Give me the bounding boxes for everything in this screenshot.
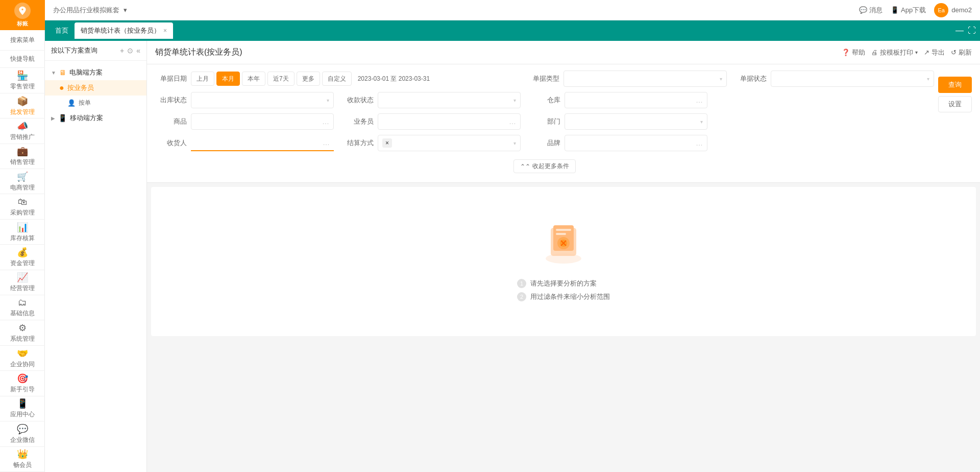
- sidebar-item-retail[interactable]: 🏪 零售管理: [0, 68, 45, 93]
- out-status-control[interactable]: ▾: [191, 92, 334, 108]
- sidebar-item-ecommerce[interactable]: 🛒 电商管理: [0, 169, 45, 194]
- sidebar-item-basic[interactable]: 🗂 基础信息: [0, 295, 45, 320]
- date-this-month-btn[interactable]: 本月: [216, 72, 240, 86]
- tab-home[interactable]: 首页: [49, 22, 75, 39]
- doc-status-control[interactable]: ▾: [771, 70, 934, 87]
- sidebar-item-operations[interactable]: 📈 经营管理: [0, 270, 45, 295]
- edit-scheme-button[interactable]: ⊙: [127, 46, 133, 55]
- sidebar-item-newbie[interactable]: 🎯 新手引导: [0, 371, 45, 396]
- settle-tag-x[interactable]: ×: [385, 139, 389, 147]
- settle-label: 结算方式: [342, 138, 378, 148]
- doc-status-label: 单据状态: [735, 74, 771, 83]
- date-this-year-btn[interactable]: 本年: [242, 72, 265, 86]
- dept-label: 部门: [529, 117, 565, 126]
- salesperson-scheme-icon: ●: [59, 83, 64, 92]
- breadcrumb-arrow[interactable]: ▾: [124, 6, 127, 14]
- empty-step-2: 2 用过滤条件来缩小分析范围: [517, 292, 610, 301]
- settle-arrow: ▾: [513, 140, 516, 146]
- salesperson-dropdown[interactable]: …: [382, 117, 516, 126]
- purchase-label: 采购管理: [10, 208, 35, 217]
- collapse-panel-button[interactable]: «: [136, 46, 140, 55]
- sidebar-search-menu[interactable]: 搜索菜单: [0, 30, 45, 51]
- doc-status-dropdown[interactable]: ▾: [775, 76, 929, 82]
- scheme-by-order[interactable]: 👤 按单: [45, 96, 146, 110]
- quick-nav-label: 快捷导航: [10, 55, 35, 63]
- wholesale-icon: 📦: [17, 96, 28, 107]
- warehouse-control[interactable]: …: [565, 92, 707, 108]
- query-button[interactable]: 查询: [938, 77, 972, 93]
- help-button[interactable]: ❓ 帮助: [842, 48, 865, 57]
- export-label: 导出: [932, 48, 945, 57]
- sidebar-item-marketing[interactable]: 📣 营销推广: [0, 119, 45, 144]
- salesperson-control[interactable]: …: [378, 113, 521, 130]
- scheme-by-salesperson[interactable]: ● 按业务员: [45, 80, 146, 96]
- date-custom-btn[interactable]: 自定义: [322, 72, 352, 86]
- mobile-section-header[interactable]: ▶ 📱 移动端方案: [45, 110, 146, 126]
- receipt-status-dropdown[interactable]: ▾: [382, 98, 516, 103]
- tab-active[interactable]: 销货单统计表（按业务员） ×: [75, 22, 173, 39]
- receipt-status-control[interactable]: ▾: [378, 92, 521, 108]
- sidebar-item-finance[interactable]: 💰 资金管理: [0, 245, 45, 270]
- wechat-icon: 💬: [17, 423, 28, 435]
- goods-dots[interactable]: …: [322, 117, 329, 126]
- inventory-icon: 📊: [17, 222, 28, 233]
- out-status-dropdown[interactable]: ▾: [195, 98, 329, 103]
- date-more-btn[interactable]: 更多: [297, 72, 320, 86]
- brand-dots[interactable]: …: [696, 139, 703, 147]
- desktop-section-header[interactable]: ▼ 🖥 电脑端方案: [45, 65, 146, 80]
- filter-row-3: 商品 … 业务员 …: [155, 113, 934, 130]
- apps-label: 应用中心: [10, 410, 35, 419]
- sidebar-item-inventory[interactable]: 📊 库存核算: [0, 220, 45, 245]
- app-download-button[interactable]: 📱 App下载: [891, 6, 926, 15]
- receiver-dots[interactable]: …: [323, 138, 330, 147]
- doc-type-label: 单据类型: [528, 74, 564, 83]
- basic-icon: 🗂: [18, 297, 27, 308]
- tab-bar: 首页 销货单统计表（按业务员） × — ⛶: [45, 20, 980, 41]
- tab-expand-btn[interactable]: ⛶: [968, 26, 976, 35]
- dept-control[interactable]: ▾: [565, 113, 707, 130]
- warehouse-dropdown[interactable]: …: [569, 96, 703, 104]
- app-logo[interactable]: 标账: [0, 0, 45, 30]
- svg-rect-3: [556, 229, 571, 231]
- export-button[interactable]: ↗ 导出: [924, 48, 945, 57]
- member-icon: 👑: [17, 449, 28, 460]
- print-button[interactable]: 🖨 按模板打印 ▾: [871, 48, 918, 57]
- sidebar-item-apps[interactable]: 📱 应用中心: [0, 396, 45, 421]
- doc-type-control[interactable]: ▾: [564, 70, 727, 87]
- mobile-section-label: 移动端方案: [70, 113, 103, 123]
- message-button[interactable]: 💬 消息: [859, 6, 883, 15]
- refresh-button[interactable]: ↺ 刷新: [951, 48, 972, 57]
- set-button[interactable]: 设置: [938, 96, 972, 112]
- doc-type-dropdown[interactable]: ▾: [568, 76, 722, 82]
- goods-dropdown[interactable]: …: [195, 117, 329, 126]
- sidebar-item-purchase[interactable]: 🛍 采购管理: [0, 194, 45, 219]
- date-last-month-btn[interactable]: 上月: [191, 72, 214, 86]
- brand-control[interactable]: …: [565, 135, 707, 151]
- warehouse-dots[interactable]: …: [696, 96, 703, 104]
- salesperson-dots[interactable]: …: [509, 117, 516, 126]
- goods-control[interactable]: …: [191, 113, 334, 130]
- date-7days-btn[interactable]: 近7天: [267, 72, 295, 86]
- settle-dropdown[interactable]: × ▾: [382, 138, 516, 148]
- page-header-actions: ❓ 帮助 🖨 按模板打印 ▾ ↗ 导出 ↺ 刷新: [842, 48, 972, 57]
- goods-label: 商品: [155, 117, 191, 126]
- sidebar-item-enterprise[interactable]: 🤝 企业协同: [0, 346, 45, 371]
- collapse-button[interactable]: ⌃⌃ 收起更多条件: [513, 159, 576, 173]
- sidebar-item-member[interactable]: 👑 畅会员: [0, 447, 45, 472]
- sidebar-item-sales[interactable]: 💼 销售管理: [0, 144, 45, 169]
- receiver-dropdown[interactable]: …: [195, 138, 330, 147]
- sidebar-quick-nav[interactable]: 快捷导航: [0, 51, 45, 68]
- brand-dropdown[interactable]: …: [569, 139, 703, 147]
- filter-row-2: 出库状态 ▾ 收款状态 ▾: [155, 92, 934, 108]
- add-scheme-button[interactable]: +: [120, 46, 124, 55]
- settle-control[interactable]: × ▾: [378, 135, 521, 151]
- receiver-control[interactable]: …: [191, 135, 334, 151]
- operations-label: 经营管理: [10, 284, 35, 293]
- sidebar-item-wechat[interactable]: 💬 企业微信: [0, 421, 45, 446]
- sidebar-item-system[interactable]: ⚙ 系统管理: [0, 320, 45, 345]
- dept-dropdown[interactable]: ▾: [569, 119, 703, 125]
- user-menu-button[interactable]: Ea demo2: [934, 3, 972, 17]
- tab-minimize-btn[interactable]: —: [955, 26, 964, 35]
- tab-close-icon[interactable]: ×: [163, 27, 167, 34]
- sidebar-item-wholesale[interactable]: 📦 批发管理: [0, 93, 45, 119]
